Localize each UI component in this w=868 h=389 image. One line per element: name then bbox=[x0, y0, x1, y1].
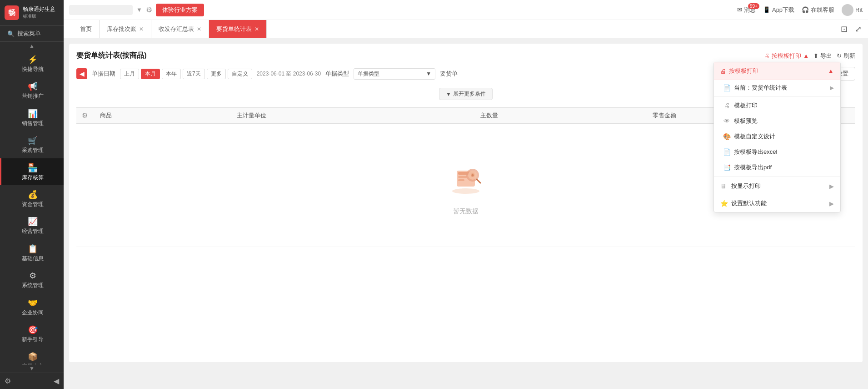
date-range-display: 2023-06-01 至 2023-06-30 bbox=[257, 70, 321, 78]
tab-receivables[interactable]: 收发存汇总表 ✕ bbox=[151, 20, 209, 38]
sidebar-item-operation[interactable]: 📈 经营管理 bbox=[0, 212, 64, 239]
table-col-product: 商品 bbox=[95, 108, 231, 124]
finance-icon: 💰 bbox=[28, 190, 38, 200]
order-type-select[interactable]: 单据类型 ▼ bbox=[354, 68, 435, 80]
set-default-icon: ⭐ bbox=[720, 200, 728, 207]
empty-illustration bbox=[443, 155, 489, 200]
export-btn[interactable]: ⬆ 导出 bbox=[813, 52, 832, 60]
tab-order-stats-close[interactable]: ✕ bbox=[254, 26, 259, 32]
set-default-label: 设置默认功能 bbox=[731, 199, 767, 207]
sidebar-search-label: 搜索菜单 bbox=[17, 30, 41, 38]
sidebar-item-marketing[interactable]: 📢 营销推广 bbox=[0, 77, 64, 104]
export-label: 导出 bbox=[820, 52, 832, 60]
display-print-icon: 🖥 bbox=[720, 182, 728, 190]
page-actions: 🖨 按模板打印 ▲ ⬆ 导出 ↻ 刷新 bbox=[764, 52, 855, 60]
sidebar-item-label: 资金管理 bbox=[22, 201, 44, 207]
sidebar-scroll-down[interactable]: ▼ bbox=[0, 364, 64, 373]
sidebar-item-label: 经营管理 bbox=[22, 228, 44, 234]
tab-order-stats[interactable]: 要货单统计表 ✕ bbox=[209, 20, 267, 38]
dropdown-current-item[interactable]: 📄 当前：要货单统计表 ▶ bbox=[714, 80, 840, 96]
template-preview-menu-label: 模板预览 bbox=[734, 117, 758, 125]
expand-more-btn[interactable]: ▼ 展开更多条件 bbox=[439, 88, 493, 100]
marketing-icon: 📢 bbox=[28, 81, 38, 91]
dropdown-item-template-print[interactable]: 🖨 模板打印 bbox=[714, 98, 840, 113]
sidebar-item-quick-nav[interactable]: ⚡ 快捷导航 bbox=[0, 50, 64, 77]
refresh-btn[interactable]: ↻ 刷新 bbox=[837, 52, 855, 60]
template-print-btn[interactable]: 🖨 按模板打印 ▲ bbox=[764, 52, 809, 60]
inventory-icon: 🏪 bbox=[28, 163, 38, 173]
sidebar: 畅 畅康通好生意 标准版 🔍 搜索菜单 ▲ ⚡ 快捷导航 📢 营销推广 📊 销售… bbox=[0, 0, 64, 389]
tab-bar-actions: ⊡ ⤢ bbox=[839, 22, 868, 36]
user-area[interactable]: Rit bbox=[842, 4, 863, 16]
sidebar-logo: 畅 畅康通好生意 标准版 bbox=[0, 0, 64, 26]
dropdown-divider-2 bbox=[714, 176, 840, 177]
template-pdf-menu-icon: 📑 bbox=[723, 164, 730, 171]
dropdown-item-display-print[interactable]: 🖥 按显示打印 ▶ bbox=[714, 177, 840, 195]
sidebar-item-system[interactable]: ⚙ 系统管理 bbox=[0, 266, 64, 293]
online-service-btn[interactable]: 🎧 在线客服 bbox=[802, 6, 834, 14]
current-template-arrow: ▶ bbox=[830, 85, 834, 91]
tab-home[interactable]: 首页 bbox=[73, 20, 100, 38]
download-icon: 📱 bbox=[763, 6, 770, 13]
tab-fullscreen-icon[interactable]: ⤢ bbox=[853, 22, 863, 36]
date-btn-this-year[interactable]: 本年 bbox=[162, 69, 181, 79]
search-icon: 🔍 bbox=[7, 30, 15, 37]
tab-receivables-close[interactable]: ✕ bbox=[197, 26, 201, 32]
date-btn-last-month[interactable]: 上月 bbox=[120, 69, 139, 79]
topbar-dropdown-arrow[interactable]: ▼ bbox=[136, 6, 142, 13]
settings-icon[interactable]: ⚙ bbox=[5, 377, 11, 385]
date-btn-this-month[interactable]: 本月 bbox=[141, 69, 160, 79]
tab-inventory-batch-close[interactable]: ✕ bbox=[139, 26, 144, 32]
dropdown-item-template-excel[interactable]: 📄 按模板导出excel bbox=[714, 144, 840, 160]
scroll-down-button[interactable]: ▼ bbox=[29, 365, 35, 372]
system-icon: ⚙ bbox=[29, 271, 36, 281]
topbar-right: ✉ 消息 99+ 📱 App下载 🎧 在线客服 Rit bbox=[737, 4, 863, 16]
dropdown-header[interactable]: 🖨 按模板打印 ▲ bbox=[714, 62, 840, 80]
table-col-quantity: 主数量 bbox=[475, 108, 647, 124]
display-print-arrow: ▶ bbox=[829, 183, 834, 190]
topbar: ▼ ⚙ 体验行业方案 ✉ 消息 99+ 📱 App下载 🎧 在线客服 Rit bbox=[64, 0, 868, 20]
messages-btn[interactable]: ✉ 消息 99+ bbox=[737, 6, 756, 14]
dropdown-item-template-pdf[interactable]: 📑 按模板导出pdf bbox=[714, 160, 840, 175]
sidebar-item-basic[interactable]: 📋 基础信息 bbox=[0, 239, 64, 266]
app-download-btn[interactable]: 📱 App下载 bbox=[763, 6, 794, 14]
date-btn-7days[interactable]: 近7天 bbox=[183, 69, 205, 79]
topbar-gear-icon[interactable]: ⚙ bbox=[146, 5, 152, 14]
page-header: 要货单统计表(按商品) 🖨 按模板打印 ▲ ⬆ 导出 ↻ 刷新 bbox=[76, 51, 855, 61]
refresh-icon: ↻ bbox=[837, 52, 842, 59]
order-tag-label: 要货单 bbox=[440, 70, 458, 78]
filter-expand-btn[interactable]: ◀ bbox=[76, 68, 87, 79]
sidebar-item-purchase[interactable]: 🛒 采购管理 bbox=[0, 131, 64, 158]
collapse-sidebar-icon[interactable]: ◀ bbox=[54, 377, 59, 385]
sidebar-item-appstore[interactable]: 📦 应用中心 bbox=[0, 347, 64, 364]
sidebar-item-label: 采购管理 bbox=[22, 147, 44, 153]
sidebar-item-sales[interactable]: 📊 销售管理 bbox=[0, 104, 64, 131]
sidebar-item-label: 系统管理 bbox=[22, 282, 44, 288]
sidebar-item-inventory[interactable]: 🏪 库存核算 bbox=[0, 158, 64, 185]
svg-rect-4 bbox=[458, 179, 464, 181]
printer-dropdown-icon: 🖨 bbox=[720, 68, 726, 75]
sidebar-scroll-up[interactable]: ▲ bbox=[0, 42, 64, 50]
topbar-search-input[interactable] bbox=[69, 5, 133, 15]
set-default-arrow: ▶ bbox=[829, 200, 834, 207]
column-settings-icon[interactable]: ⚙ bbox=[82, 111, 88, 119]
sidebar-item-guide[interactable]: 🎯 新手引导 bbox=[0, 320, 64, 347]
date-btn-more[interactable]: 更多 bbox=[207, 69, 226, 79]
tab-expand-icon[interactable]: ⊡ bbox=[839, 22, 849, 36]
sidebar-item-finance[interactable]: 💰 资金管理 bbox=[0, 185, 64, 212]
template-print-arrow: ▲ bbox=[803, 52, 809, 59]
sidebar-item-collab[interactable]: 🤝 企业协同 bbox=[0, 293, 64, 320]
dropdown-collapse-icon[interactable]: ▲ bbox=[828, 67, 834, 75]
scroll-up-button[interactable]: ▲ bbox=[29, 43, 35, 49]
date-btn-custom[interactable]: 自定义 bbox=[228, 69, 252, 79]
display-print-label: 按显示打印 bbox=[731, 182, 761, 190]
trial-btn[interactable]: 体验行业方案 bbox=[156, 4, 204, 16]
messages-badge: 99+ bbox=[748, 3, 759, 9]
dropdown-item-template-custom[interactable]: 🎨 模板自定义设计 bbox=[714, 129, 840, 144]
tab-inventory-batch[interactable]: 库存批次账 ✕ bbox=[100, 20, 151, 38]
sidebar-item-label: 库存核算 bbox=[22, 174, 44, 181]
dropdown-item-set-default[interactable]: ⭐ 设置默认功能 ▶ bbox=[714, 195, 840, 212]
sidebar-search[interactable]: 🔍 搜索菜单 bbox=[0, 26, 64, 42]
dropdown-item-template-preview[interactable]: 👁 模板预览 bbox=[714, 113, 840, 129]
dropdown-divider-1 bbox=[714, 96, 840, 97]
